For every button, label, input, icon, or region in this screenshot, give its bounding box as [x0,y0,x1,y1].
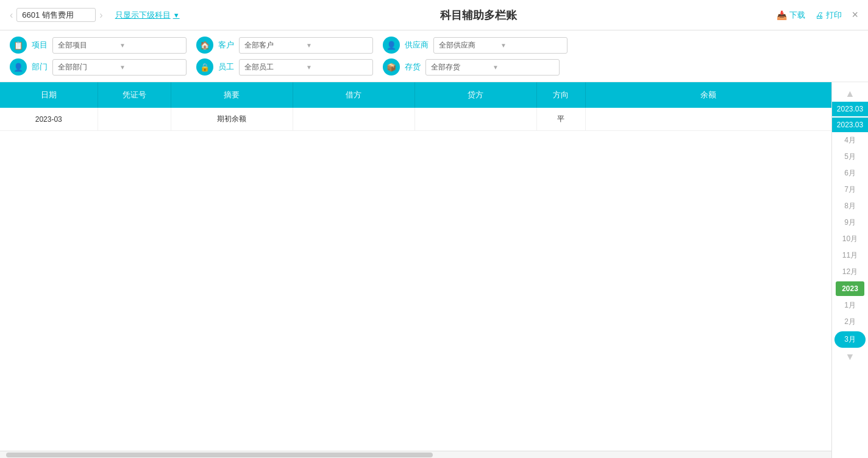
table-header-row: 日期 凭证号 摘要 借方 贷方 方向 余额 [0,82,831,108]
timeline-item-10[interactable]: 10月 [832,231,868,247]
timeline-item-4[interactable]: 4月 [832,132,868,149]
col-voucher: 凭证号 [98,82,171,108]
customer-select-arrow-icon: ▼ [306,42,368,49]
project-label: 项目 [32,40,48,51]
employee-select-arrow-icon: ▼ [306,64,368,71]
print-button[interactable]: 🖨 打印 [815,10,842,21]
download-icon: 📥 [777,10,787,20]
col-summary: 摘要 [171,82,293,108]
download-button[interactable]: 📥 下载 [777,10,805,21]
filter-employee: 🔒 员工 全部员工 ▼ [196,58,373,76]
filter-customer: 🏠 客户 全部客户 ▼ [196,37,373,54]
inventory-select-arrow-icon: ▼ [493,64,554,71]
supplier-label: 供应商 [405,40,429,51]
department-select-arrow-icon: ▼ [119,64,181,71]
col-direction: 方向 [536,82,585,108]
scrollbar-thumb[interactable] [6,453,433,457]
timeline-item-2023-03-top2[interactable]: 2023.03 [832,118,868,132]
cell-date: 2023-03 [0,108,98,131]
show-sub-label: 只显示下级科目 [115,10,171,21]
timeline-item-5[interactable]: 5月 [832,149,868,165]
col-date: 日期 [0,82,98,108]
timeline-item-7[interactable]: 7月 [832,181,868,198]
customer-label: 客户 [218,40,234,51]
timeline-item-12[interactable]: 12月 [832,264,868,280]
timeline-item-8[interactable]: 8月 [832,198,868,214]
timeline-year-2023[interactable]: 2023 [836,281,864,296]
department-value: 全部部门 [58,62,119,72]
filter-project: 📋 项目 全部项目 ▼ [10,37,187,54]
supplier-value: 全部供应商 [439,40,500,51]
table-row: 2023-03 期初余额 平 [0,108,831,131]
inventory-icon: 📦 [383,58,400,76]
timeline-sidebar: ▲ 2023.03 2023.03 4月 5月 6月 7月 8月 9月 10月 … [831,82,868,458]
account-code-input[interactable] [16,8,96,22]
show-sub-button[interactable]: 只显示下级科目 ▼ [115,10,180,21]
timeline-item-2023-03-top1[interactable]: 2023.03 [832,102,868,116]
table-area: 日期 凭证号 摘要 借方 贷方 方向 余额 2023-03 [0,82,831,458]
employee-select[interactable]: 全部员工 ▼ [239,59,373,76]
project-icon: 📋 [10,37,27,54]
header-actions: 📥 下载 🖨 打印 [777,10,842,21]
timeline-item-6[interactable]: 6月 [832,165,868,181]
cell-debit [293,108,414,131]
cell-voucher [98,108,171,131]
table-wrapper[interactable]: 日期 凭证号 摘要 借方 贷方 方向 余额 2023-03 [0,82,831,451]
timeline-item-11[interactable]: 11月 [832,247,868,264]
close-button[interactable]: × [852,9,858,21]
header-bar: ‹ › 只显示下级科目 ▼ 科目辅助多栏账 📥 下载 🖨 打印 × [0,0,868,30]
col-debit: 借方 [293,82,414,108]
inventory-value: 全部存货 [431,62,493,72]
employee-label: 员工 [218,62,234,72]
timeline-item-2[interactable]: 2月 [832,314,868,330]
supplier-icon: 👤 [383,37,400,54]
customer-value: 全部客户 [244,40,306,51]
show-sub-chevron-icon: ▼ [173,12,180,19]
filter-supplier: 👤 供应商 全部供应商 ▼ [383,37,567,54]
horizontal-scrollbar[interactable] [0,451,831,458]
cell-summary: 期初余额 [171,108,293,131]
employee-icon: 🔒 [196,58,213,76]
col-credit: 贷方 [414,82,536,108]
filter-row-1: 📋 项目 全部项目 ▼ 🏠 客户 全部客户 ▼ 👤 供应商 全部供应 [10,37,858,54]
print-label: 打印 [826,10,842,21]
employee-value: 全部员工 [244,62,306,72]
content-area: 日期 凭证号 摘要 借方 贷方 方向 余额 2023-03 [0,82,868,458]
timeline-up-arrow[interactable]: ▲ [843,86,858,102]
filter-row-2: 👤 部门 全部部门 ▼ 🔒 员工 全部员工 ▼ 📦 存货 全部存货 [10,58,858,76]
department-label: 部门 [32,62,48,72]
timeline-item-9[interactable]: 9月 [832,214,868,231]
page-title: 科目辅助多栏账 [180,8,777,23]
project-select[interactable]: 全部项目 ▼ [52,37,187,54]
supplier-select-arrow-icon: ▼ [500,42,562,49]
main-container: ‹ › 只显示下级科目 ▼ 科目辅助多栏账 📥 下载 🖨 打印 × 📋 项目 [0,0,868,458]
col-balance: 余额 [585,82,831,108]
inventory-label: 存货 [405,62,421,72]
customer-icon: 🏠 [196,37,213,54]
filter-department: 👤 部门 全部部门 ▼ [10,58,187,76]
timeline-down-arrow[interactable]: ▼ [843,349,858,365]
filter-inventory: 📦 存货 全部存货 ▼ [383,58,560,76]
timeline-item-1[interactable]: 1月 [832,297,868,314]
print-icon: 🖨 [815,10,824,20]
cell-balance [585,108,831,131]
data-table: 日期 凭证号 摘要 借方 贷方 方向 余额 2023-03 [0,82,831,131]
cell-direction: 平 [536,108,585,131]
project-select-arrow-icon: ▼ [119,42,181,49]
inventory-select[interactable]: 全部存货 ▼ [425,59,560,76]
customer-select[interactable]: 全部客户 ▼ [239,37,373,54]
supplier-select[interactable]: 全部供应商 ▼ [433,37,567,54]
timeline-item-3-active[interactable]: 3月 [834,331,866,348]
cell-credit [414,108,536,131]
filter-bar: 📋 项目 全部项目 ▼ 🏠 客户 全部客户 ▼ 👤 供应商 全部供应 [0,30,868,82]
nav-prev-button[interactable]: ‹ [10,10,13,21]
project-value: 全部项目 [58,40,119,51]
nav-next-button[interactable]: › [99,10,102,21]
department-icon: 👤 [10,58,27,76]
download-label: 下载 [789,10,805,21]
department-select[interactable]: 全部部门 ▼ [52,59,187,76]
